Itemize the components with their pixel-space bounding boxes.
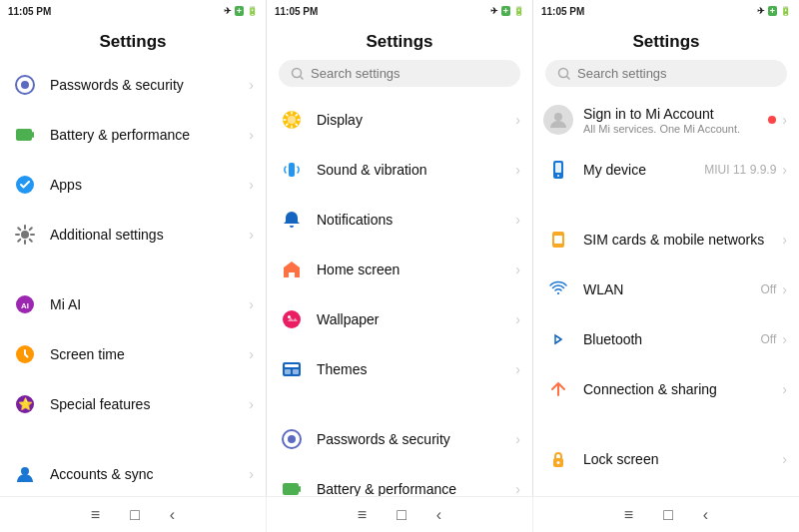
- nav-section-3: ≡ □ ‹: [533, 497, 799, 532]
- panel-2-list: Display › Sound & vibration ›: [267, 95, 532, 496]
- item-wlan[interactable]: WLAN Off ›: [533, 265, 799, 314]
- svg-rect-21: [285, 364, 299, 367]
- item-mi-ai[interactable]: AI Mi AI ›: [0, 279, 266, 329]
- item-apps[interactable]: Apps ›: [0, 160, 266, 210]
- item-my-device[interactable]: My device MIUI 11 9.9.9 ›: [533, 145, 799, 195]
- status-bar-3: 11:05 PM ✈+🔋: [533, 0, 799, 22]
- item-sign-in-mi-account[interactable]: Sign in to Mi Account All Mi services. O…: [533, 95, 799, 145]
- search-bar-2[interactable]: [279, 60, 520, 87]
- wlan-icon: [543, 274, 573, 304]
- item-special-features[interactable]: ⭐ Special features ›: [0, 379, 266, 429]
- svg-rect-36: [554, 236, 562, 244]
- item-label: Sound & vibration: [317, 162, 515, 178]
- item-label: Display: [317, 112, 515, 128]
- svg-point-34: [557, 175, 559, 177]
- panel-1: Settings Passwords & security ›: [0, 22, 267, 496]
- item-label: Passwords & security: [317, 431, 515, 447]
- chevron-icon: ›: [515, 112, 520, 128]
- svg-rect-3: [32, 132, 34, 138]
- svg-point-31: [554, 113, 562, 121]
- nav-square-btn-3[interactable]: □: [663, 506, 673, 524]
- lock-screen-icon: [543, 444, 573, 474]
- panel-3-title: Settings: [533, 22, 799, 60]
- search-bar-3[interactable]: [545, 60, 787, 87]
- chevron-icon: ›: [249, 296, 254, 312]
- search-input[interactable]: [577, 66, 775, 81]
- item-screen-time[interactable]: Screen time ›: [0, 329, 266, 379]
- chevron-icon: ›: [782, 232, 787, 248]
- battery-performance-icon: [10, 120, 40, 150]
- connection-sharing-icon: [543, 374, 573, 404]
- screen-time-icon: [10, 339, 40, 369]
- item-wallpaper[interactable]: Wallpaper ›: [267, 294, 532, 344]
- chevron-icon: ›: [782, 331, 787, 347]
- chevron-icon: ›: [782, 112, 787, 128]
- svg-point-16: [288, 116, 296, 124]
- icons-2: ✈+🔋: [490, 6, 524, 16]
- svg-rect-33: [555, 163, 561, 173]
- passwords-security-2-icon: [277, 424, 307, 454]
- item-notifications[interactable]: Notifications ›: [267, 195, 532, 245]
- special-features-icon: ⭐: [10, 389, 40, 419]
- time-2: 11:05 PM: [275, 6, 318, 17]
- chevron-icon: ›: [515, 481, 520, 496]
- nav-bar: ≡ □ ‹ ≡ □ ‹ ≡ □ ‹: [0, 496, 799, 532]
- item-connection-sharing[interactable]: Connection & sharing ›: [533, 364, 799, 414]
- item-passwords-security[interactable]: Passwords & security ›: [0, 60, 266, 110]
- svg-point-5: [21, 231, 29, 239]
- battery-performance-2-icon: [277, 474, 307, 496]
- nav-section-2: ≡ □ ‹: [267, 497, 533, 532]
- item-home-screen[interactable]: Home screen ›: [267, 245, 532, 294]
- nav-square-btn-2[interactable]: □: [397, 506, 406, 524]
- item-passwords-security-2[interactable]: Passwords & security ›: [267, 414, 532, 464]
- chevron-icon: ›: [249, 346, 254, 362]
- chevron-icon: ›: [515, 311, 520, 327]
- nav-menu-btn-1[interactable]: ≡: [91, 506, 100, 524]
- item-themes[interactable]: Themes ›: [267, 344, 532, 394]
- nav-square-btn-1[interactable]: □: [130, 506, 140, 524]
- sim-cards-icon: [543, 225, 573, 255]
- chevron-icon: ›: [782, 162, 787, 178]
- item-battery-performance[interactable]: Battery & performance ›: [0, 110, 266, 160]
- nav-menu-btn-3[interactable]: ≡: [624, 506, 633, 524]
- sound-vibration-icon: [277, 155, 307, 185]
- divider: [267, 394, 532, 414]
- divider: [0, 429, 266, 449]
- nav-back-btn-3[interactable]: ‹: [703, 506, 708, 524]
- item-additional-settings[interactable]: Additional settings ›: [0, 210, 266, 260]
- search-input[interactable]: [311, 66, 508, 81]
- chevron-icon: ›: [249, 77, 254, 93]
- item-accounts-sync[interactable]: Accounts & sync ›: [0, 449, 266, 496]
- divider: [533, 414, 799, 434]
- chevron-icon: ›: [515, 262, 520, 277]
- nav-back-btn-1[interactable]: ‹: [170, 506, 175, 524]
- svg-rect-17: [289, 163, 295, 177]
- item-sim-cards[interactable]: SIM cards & mobile networks ›: [533, 215, 799, 265]
- apps-icon: [10, 170, 40, 200]
- themes-icon: [277, 354, 307, 384]
- item-label: Battery & performance: [317, 481, 515, 496]
- svg-point-25: [288, 435, 296, 443]
- item-sound-vibration[interactable]: Sound & vibration ›: [267, 145, 532, 195]
- svg-point-1: [21, 81, 29, 89]
- item-display-3[interactable]: Display ›: [533, 484, 799, 496]
- time-1: 11:05 PM: [8, 6, 51, 17]
- item-bluetooth[interactable]: Bluetooth Off ›: [533, 314, 799, 364]
- item-label: Accounts & sync: [50, 466, 249, 482]
- nav-back-btn-2[interactable]: ‹: [436, 506, 441, 524]
- item-label: SIM cards & mobile networks: [583, 232, 782, 248]
- item-label: Screen time: [50, 346, 249, 362]
- item-label: Connection & sharing: [583, 381, 782, 397]
- home-screen-icon: [277, 255, 307, 284]
- additional-settings-icon: [10, 220, 40, 250]
- svg-rect-23: [293, 369, 299, 374]
- item-label: Themes: [317, 361, 515, 377]
- item-lock-screen[interactable]: Lock screen ›: [533, 434, 799, 484]
- item-label: Lock screen: [583, 451, 782, 467]
- item-battery-performance-2[interactable]: Battery & performance ›: [267, 464, 532, 496]
- nav-menu-btn-2[interactable]: ≡: [358, 506, 367, 524]
- search-icon: [557, 67, 571, 81]
- item-display[interactable]: Display ›: [267, 95, 532, 145]
- divider: [0, 260, 266, 279]
- item-label: Sign in to Mi Account: [583, 106, 768, 122]
